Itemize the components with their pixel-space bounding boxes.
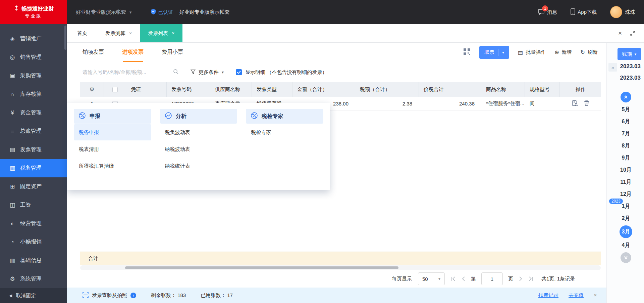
- tab-invoice-calc[interactable]: 发票测算 ×: [97, 24, 140, 42]
- funnel-icon: [191, 69, 196, 75]
- sidebar-item-inventory[interactable]: ⌂库存核算: [0, 85, 67, 103]
- shield-check-icon: [151, 9, 156, 16]
- sidebar-item-fixed-assets[interactable]: ⊞固定资产: [0, 177, 67, 196]
- sidebar-item-purchase[interactable]: ▣采购管理: [0, 67, 67, 85]
- delete-row-icon[interactable]: [584, 100, 589, 107]
- sidebar-item-expense[interactable]: ◔小畅报销: [0, 233, 67, 251]
- maximize-icon[interactable]: [630, 31, 635, 36]
- month-feb[interactable]: 2月: [619, 213, 633, 223]
- sidebar-item-marketing[interactable]: ◈营销推广: [0, 30, 67, 48]
- brand-logo-icon: [13, 5, 19, 12]
- tab-home[interactable]: 首页: [67, 24, 97, 42]
- period-rail: 账期 ▾ » 2023.03 2023.03 5月 6月 7月 8月 9月: [606, 43, 644, 303]
- menu-item-tax-statistics[interactable]: 纳税统计表: [160, 158, 237, 174]
- verified-badge: 已认证: [151, 9, 173, 16]
- menu-item-income-tax-settlement[interactable]: 所得税汇算清缴: [74, 158, 151, 174]
- menu-item-tax-form-list[interactable]: 税表清册: [74, 141, 151, 157]
- menu-item-tax-expert[interactable]: 税检专家: [246, 124, 323, 140]
- horizontal-scrollbar[interactable]: [80, 265, 601, 270]
- sidebar-item-invoice[interactable]: ▤发票管理: [0, 140, 67, 159]
- month-jun[interactable]: 6月: [619, 117, 633, 127]
- close-all-icon[interactable]: ×: [618, 30, 622, 37]
- flyout-column-declare: 申报 税务申报 税表清册 所得税汇算清缴: [74, 109, 151, 184]
- month-aug[interactable]: 8月: [619, 141, 633, 151]
- system-gear-icon: ⚙: [9, 275, 16, 283]
- next-page-button[interactable]: [519, 276, 523, 281]
- subtab-output-invoices[interactable]: 销项发票: [83, 43, 104, 62]
- add-button[interactable]: ⊕ 新增: [554, 49, 572, 55]
- sidebar-item-system[interactable]: ⚙系统管理: [0, 270, 67, 288]
- sidebar-item-base-info[interactable]: ▥基础信息: [0, 251, 67, 270]
- period-range: 2023.03 2023.03: [620, 61, 641, 84]
- fetch-invoice-button[interactable]: 取票 ▾: [479, 46, 509, 59]
- show-detail-checkbox[interactable]: 显示明细 （不包含没有明细的发票）: [236, 69, 327, 76]
- month-mar-active[interactable]: 3月: [620, 225, 632, 238]
- account-set-dropdown[interactable]: 好业财专业版演示帐套 ▾: [76, 9, 132, 15]
- page-suffix-label: 页: [508, 276, 513, 282]
- brand-edition: 专业版: [25, 13, 42, 19]
- column-settings-icon[interactable]: ⚙: [89, 86, 94, 93]
- chevron-down-icon: ▾: [129, 10, 132, 15]
- checkbox-checked-icon[interactable]: [236, 69, 242, 75]
- month-apr[interactable]: 4月: [619, 240, 633, 250]
- scroll-months-down-icon[interactable]: [621, 252, 631, 263]
- info-icon[interactable]: i: [130, 293, 136, 298]
- last-page-button[interactable]: [528, 276, 533, 281]
- month-oct[interactable]: 10月: [619, 165, 633, 175]
- batch-actions-button[interactable]: ▤ 批量操作: [518, 49, 546, 55]
- subtab-expense-receipts[interactable]: 费用小票: [162, 43, 183, 62]
- tab-invoice-list[interactable]: 发票列表 ×: [140, 24, 182, 42]
- month-dec[interactable]: 12月: [619, 189, 633, 199]
- preview-invoice-icon[interactable]: [572, 100, 578, 107]
- sidebar-item-sales[interactable]: ◎销售管理: [0, 48, 67, 67]
- month-sep[interactable]: 9月: [619, 153, 633, 163]
- header-product: 商品名称: [481, 82, 525, 97]
- flyout-column-tax-expert: 税检专家 税检专家: [246, 109, 323, 184]
- app-download-button[interactable]: App下载: [571, 8, 597, 16]
- close-bottom-bar-icon[interactable]: ×: [594, 292, 597, 299]
- sidebar-scrollbar[interactable]: [64, 26, 66, 50]
- collapse-panel-icon[interactable]: »: [608, 63, 617, 72]
- horizontal-scrollbar-thumb[interactable]: [125, 266, 398, 269]
- menu-item-tax-declaration[interactable]: 税务申报: [74, 124, 151, 140]
- select-all-checkbox[interactable]: [112, 87, 118, 92]
- close-tab-icon[interactable]: ×: [129, 31, 132, 36]
- prev-page-button[interactable]: [462, 276, 466, 281]
- search-icon[interactable]: [173, 69, 178, 76]
- plus-circle-icon: ⊕: [554, 49, 559, 55]
- qr-scan-icon[interactable]: [463, 48, 471, 57]
- unpin-sidebar-button[interactable]: ◀ 取消固定: [0, 288, 67, 303]
- sidebar-item-tax[interactable]: ▦税务管理: [0, 159, 67, 177]
- subtab-input-invoices[interactable]: 进项发票: [122, 43, 144, 62]
- header-type: 发票类型: [252, 82, 292, 97]
- invoice-verify-button[interactable]: 发票查验及拍照 i: [83, 292, 136, 299]
- month-may[interactable]: 5月: [619, 104, 633, 115]
- month-jul[interactable]: 7月: [619, 129, 633, 139]
- header-spec: 规格型号: [525, 82, 560, 97]
- scroll-months-up-icon[interactable]: [621, 92, 631, 102]
- sidebar-item-funds[interactable]: ¥资金管理: [0, 103, 67, 122]
- chevron-down-icon: ▾: [502, 50, 504, 55]
- search-input[interactable]: [83, 69, 170, 75]
- menu-item-tax-payment-fluctuation[interactable]: 纳税波动表: [160, 141, 237, 157]
- sidebar-item-payroll[interactable]: ◫工资: [0, 196, 67, 214]
- cell-product: *住宿服务*住宿...: [481, 97, 525, 110]
- close-tab-icon[interactable]: ×: [172, 31, 174, 36]
- period-button[interactable]: 账期 ▾: [618, 48, 641, 60]
- payroll-icon: ◫: [9, 202, 16, 209]
- more-conditions-button[interactable]: 更多条件 ▾: [191, 69, 224, 76]
- refresh-button[interactable]: ↻ 刷新: [581, 49, 598, 55]
- fee-record-link[interactable]: 扣费记录: [538, 292, 558, 299]
- per-page-select[interactable]: 50 ▾: [418, 272, 445, 285]
- menu-item-tax-burden-fluctuation[interactable]: 税负波动表: [160, 124, 237, 140]
- user-menu[interactable]: 珠珠: [610, 6, 635, 18]
- analysis-icon: [165, 112, 172, 121]
- recharge-link[interactable]: 去充值: [569, 292, 584, 299]
- month-nov[interactable]: 11月: [619, 177, 633, 187]
- page-number-input[interactable]: [481, 272, 503, 285]
- sidebar-item-general-ledger[interactable]: ≡总账管理: [0, 122, 67, 140]
- scan-icon: [83, 292, 89, 299]
- first-page-button[interactable]: [451, 276, 456, 281]
- messages-button[interactable]: 1 消息: [538, 9, 557, 16]
- sidebar-item-operations[interactable]: ◐经营管理: [0, 214, 67, 233]
